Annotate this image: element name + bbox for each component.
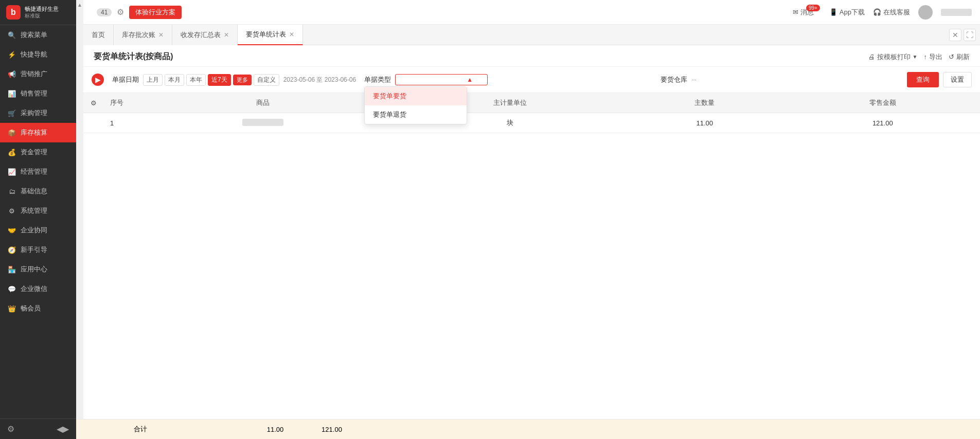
- system-icon: ⚙: [7, 206, 16, 215]
- table-area: ⚙ 序号 商品 主计量单位 主数量: [83, 93, 980, 133]
- finance-icon: 💰: [7, 148, 16, 157]
- member-icon: 👑: [7, 304, 16, 313]
- scroll-up-icon[interactable]: ▲: [77, 2, 82, 8]
- export-icon: ↑: [924, 53, 928, 61]
- tab-batch[interactable]: 库存批次账 ✕: [114, 25, 172, 45]
- footer-amount: 121.00: [304, 426, 360, 433]
- settings-button[interactable]: 设置: [943, 72, 972, 87]
- sidebar-item-guide[interactable]: 🧭 新手引导: [0, 240, 76, 260]
- sidebar-item-wechat[interactable]: 💬 企业微信: [0, 279, 76, 299]
- dropdown-option-0[interactable]: 要货单要货: [365, 87, 467, 105]
- marketing-icon: 📢: [7, 69, 16, 79]
- topbar-gear-icon[interactable]: ⚙: [117, 7, 124, 17]
- btn-up-month[interactable]: 上月: [143, 74, 163, 86]
- tab-home[interactable]: 首页: [83, 25, 114, 45]
- tab-summary[interactable]: 收发存汇总表 ✕: [172, 25, 238, 45]
- sidebar-item-marketing[interactable]: 📢 营销推广: [0, 64, 76, 84]
- sidebar-item-enterprise[interactable]: 🤝 企业协同: [0, 221, 76, 240]
- query-button[interactable]: 查询: [907, 72, 939, 87]
- tabs-close-all-btn[interactable]: ✕: [949, 29, 961, 41]
- operation-icon: 📈: [7, 167, 16, 176]
- page-header: 要货单统计表(按商品) 🖨 按模板打印 ▼ ↑ 导出 ↺ 刷新: [83, 45, 980, 67]
- filter-action-buttons: 查询 设置: [907, 72, 972, 87]
- export-label: 导出: [929, 52, 942, 62]
- messages-button[interactable]: ✉ 消息 99+: [793, 8, 814, 17]
- promo-button[interactable]: 体验行业方案: [129, 6, 182, 19]
- btn-more-dates[interactable]: 更多: [233, 75, 252, 85]
- tab-summary-close[interactable]: ✕: [224, 32, 229, 38]
- guide-icon: 🧭: [7, 245, 16, 254]
- footer-label: 合计: [134, 425, 195, 434]
- dropdown-option-1[interactable]: 要货单退货: [365, 105, 467, 124]
- warehouse-label: 要货仓库: [661, 75, 687, 84]
- sidebar-item-operation[interactable]: 📈 经营管理: [0, 162, 76, 181]
- topbar-right: ✉ 消息 99+ 📱 App下载 🎧 在线客服: [793, 5, 972, 20]
- th-product: 商品: [130, 93, 396, 113]
- btn-this-month[interactable]: 本月: [165, 74, 184, 86]
- td-no: 1: [104, 113, 130, 133]
- filter-area: ▶ 单据日期 上月 本月 本年 近7天 更多 自定义 2023-05-06 至 …: [83, 67, 980, 93]
- tab-order-stats[interactable]: 要货单统计表 ✕: [238, 25, 303, 45]
- btn-custom[interactable]: 自定义: [254, 74, 279, 86]
- main-area: 41 ⚙ 体验行业方案 ✉ 消息 99+ 📱 App下载 🎧 在线客服 首页: [83, 0, 980, 439]
- tabs-actions: ✕ ⛶: [949, 25, 980, 45]
- gear-icon[interactable]: ⚙: [91, 99, 97, 107]
- sidebar: b 畅捷通好生意 标准版 🔍 搜索菜单 ⚡ 快捷导航 📢 营销推广 📊 销售管理…: [0, 0, 76, 439]
- appstore-icon: 🏪: [7, 265, 16, 274]
- filter-type-area: 单据类型 ▲ 要货单要货 要货单退货: [364, 74, 488, 85]
- online-service-button[interactable]: 🎧 在线客服: [873, 8, 910, 17]
- app-download-button[interactable]: 📱 App下载: [829, 8, 865, 17]
- date-label: 单据日期: [112, 75, 139, 84]
- topbar-left: 41 ⚙ 体验行业方案: [92, 6, 787, 19]
- sidebar-settings-icon[interactable]: ⚙: [7, 424, 14, 434]
- td-product-blurred: [242, 119, 283, 126]
- print-icon: 🖨: [868, 53, 875, 61]
- warehouse-more-btn[interactable]: ···: [691, 76, 697, 83]
- th-gear: ⚙: [83, 93, 104, 113]
- filter-expand-button[interactable]: ▶: [92, 74, 104, 86]
- service-icon: 🎧: [873, 8, 881, 16]
- tab-batch-close[interactable]: ✕: [158, 32, 164, 38]
- app-download-label: App下载: [840, 8, 865, 17]
- sidebar-collapse-icon[interactable]: ◀▶: [57, 424, 69, 434]
- sidebar-item-finance[interactable]: 💰 资金管理: [0, 142, 76, 162]
- inventory-icon: 📦: [7, 128, 16, 137]
- sidebar-bottom: ⚙ ◀▶: [0, 418, 76, 439]
- sidebar-item-inventory[interactable]: 📦 库存核算: [0, 123, 76, 142]
- page-title: 要货单统计表(按商品): [94, 51, 173, 62]
- purchase-icon: 🛒: [7, 108, 16, 118]
- sidebar-item-search[interactable]: 🔍 搜索菜单: [0, 25, 76, 45]
- sidebar-item-system[interactable]: ⚙ 系统管理: [0, 201, 76, 221]
- tab-batch-label: 库存批次账: [122, 30, 155, 40]
- print-button[interactable]: 🖨 按模板打印 ▼: [868, 52, 918, 62]
- th-amount: 零售金额: [786, 93, 980, 113]
- sidebar-item-appstore[interactable]: 🏪 应用中心: [0, 260, 76, 279]
- sidebar-item-sales[interactable]: 📊 销售管理: [0, 84, 76, 103]
- tab-order-stats-close[interactable]: ✕: [289, 31, 294, 38]
- sidebar-item-basic[interactable]: 🗂 基础信息: [0, 181, 76, 201]
- logo-icon: b: [6, 5, 21, 20]
- app-icon: 📱: [829, 8, 838, 16]
- btn-7days[interactable]: 近7天: [208, 74, 231, 86]
- tabs-expand-btn[interactable]: ⛶: [964, 29, 976, 41]
- type-select-arrow: ▲: [467, 76, 473, 83]
- th-no: 序号: [104, 93, 130, 113]
- sidebar-item-member[interactable]: 👑 畅会员: [0, 299, 76, 318]
- btn-this-year[interactable]: 本年: [186, 74, 206, 86]
- wechat-icon: 💬: [7, 284, 16, 294]
- td-product: [130, 113, 396, 133]
- td-amount: 121.00: [786, 113, 980, 133]
- sidebar-logo: b 畅捷通好生意 标准版: [0, 0, 76, 25]
- filter-warehouse-area: 要货仓库 ···: [661, 75, 697, 84]
- td-gear: [83, 113, 104, 133]
- sidebar-scrollbar[interactable]: ▲ ▼: [76, 0, 83, 439]
- table-body: 1 块 11.00 121.00: [83, 113, 980, 133]
- td-qty: 11.00: [624, 113, 786, 133]
- export-button[interactable]: ↑ 导出: [924, 52, 943, 62]
- table-row: 1 块 11.00 121.00: [83, 113, 980, 133]
- sidebar-item-purchase[interactable]: 🛒 采购管理: [0, 103, 76, 123]
- type-select[interactable]: ▲: [395, 74, 488, 85]
- username[interactable]: [941, 9, 972, 16]
- sidebar-item-quick[interactable]: ⚡ 快捷导航: [0, 45, 76, 64]
- refresh-button[interactable]: ↺ 刷新: [949, 52, 970, 62]
